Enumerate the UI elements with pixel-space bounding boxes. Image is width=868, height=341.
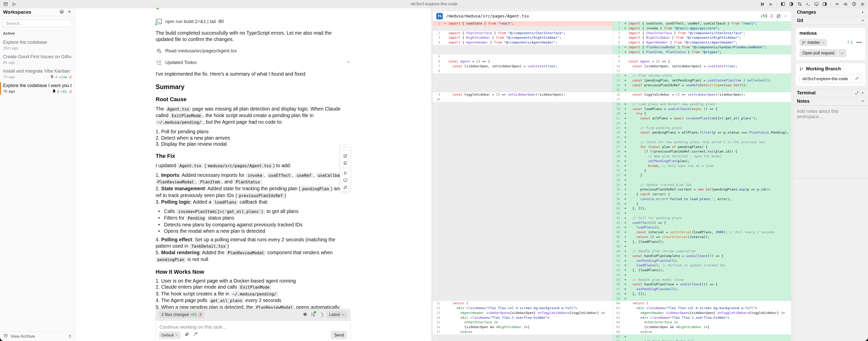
list-item: 2. State management: Added state for tra…	[156, 185, 350, 199]
read-icon	[156, 48, 162, 54]
spinner-icon	[318, 312, 324, 318]
composer: 2 files changed +61 -3 Latest Continue w…	[156, 309, 350, 341]
collapse-all-icon[interactable]	[768, 2, 773, 6]
message-paragraph: The build completed successfully with no…	[156, 30, 350, 42]
workspace-item[interactable]: Explore the codebase I want you to explo…	[0, 81, 75, 96]
monitor-icon[interactable]	[814, 2, 819, 6]
diff-row: 17 </div>66 </div>	[433, 330, 791, 334]
workspace-item[interactable]: Create Good First Issues on Github So pr…	[0, 52, 75, 67]
floating-toolbar	[340, 145, 350, 191]
git-compare-icon[interactable]	[797, 2, 802, 6]
diff-row: 35+ // Update tracked plan IDs	[433, 183, 791, 187]
pause-icon[interactable]	[760, 2, 765, 6]
list-item: 3. Polling logic: Added a loadPlans call…	[156, 199, 350, 206]
diff-card: TS /medusa/medusa/src/pages/Agent.tsx +5…	[432, 11, 791, 341]
copy-icon[interactable]	[343, 161, 347, 165]
layers-icon[interactable]	[59, 9, 64, 15]
diff-row: 2+import { invoke } from "@tauri-apps/ap…	[433, 26, 791, 31]
diff-row: 1017	[433, 97, 791, 102]
diff-row: 1−import { useState } from "react";1+imp…	[433, 21, 791, 26]
split-view-icon[interactable]	[776, 14, 781, 18]
title-bar: vk/3ccf-explore-the-code	[0, 0, 868, 8]
todos-status-icon[interactable]	[311, 312, 316, 318]
inline-code: useEffect	[267, 173, 292, 178]
bullet-list: • Calls invoke<PlanItem[]>('get_all_plan…	[156, 208, 350, 234]
terminal-icon[interactable]	[806, 2, 810, 6]
diff-row: 41+	[433, 211, 791, 216]
diff-row: 44+ loadPlans();	[433, 225, 791, 230]
pr-options-caret[interactable]	[838, 49, 846, 57]
collapse-file-icon[interactable]	[784, 14, 787, 18]
diff-row: 51+ setPendingPlan(null);	[433, 258, 791, 264]
diff-row: 52+ loadPlans(); // Refresh to update tr…	[433, 263, 791, 268]
mode-dropdown[interactable]: Default	[159, 331, 181, 339]
inline-code: TaskDetail.tsx	[190, 244, 227, 249]
diff-row: 13+ const [pendingPlan, setPendingPlan] …	[433, 78, 791, 83]
view-archive-label[interactable]: View Archive	[10, 334, 35, 339]
send-button[interactable]: Send	[331, 331, 347, 339]
list-item: 3. Display the plan review modal	[156, 141, 350, 147]
diff-row: 15 <ChatInterface />64 <ChatInterface />	[433, 320, 791, 325]
git-section-header[interactable]: Git	[793, 17, 868, 25]
workspace-item[interactable]: Install and integrate Vibe Kanban Web Co…	[0, 67, 75, 81]
diff-view-icon[interactable]	[343, 154, 347, 158]
inline-code: pendingPlan	[300, 186, 331, 191]
diff-row: 50+ const handlePlanComplete = useCallba…	[433, 254, 791, 258]
diff-row: 40+ }, []);	[433, 206, 791, 211]
files-changed-chip[interactable]: 2 files changed +61 -3	[159, 311, 204, 318]
open-pr-button[interactable]: Open pull request	[799, 49, 837, 57]
notes-input[interactable]: Add notes about this workspace...	[793, 105, 868, 122]
message-input[interactable]: Continue working on this task...	[156, 321, 350, 330]
terminal-icon	[156, 18, 162, 25]
changes-section-header[interactable]: Changes	[793, 8, 868, 17]
diff-row: 16 {sidebarOpen && <RightSidebar />}65 {…	[433, 325, 791, 330]
tool-call-row[interactable]: npm run build 2>&1 | tail -80	[156, 18, 350, 25]
drag-handle-icon[interactable]	[343, 147, 348, 148]
workspace-title: Explore the codebase I want you to explo	[3, 83, 72, 88]
tool-call-row[interactable]: Read medusa/src/pages/Agent.tsx	[156, 48, 350, 54]
inline-code: ~/.medusa/pending/	[231, 291, 278, 297]
panel-left-icon[interactable]	[781, 2, 785, 6]
latest-dropdown[interactable]: Latest	[327, 311, 347, 318]
diff-row: 29+ // New plan detected – open the moda…	[433, 154, 791, 159]
diff-row: 32+ }	[433, 168, 791, 173]
play-icon[interactable]	[343, 171, 347, 175]
diff-row: 6+import { PlanReviewModal } from "@/com…	[433, 45, 791, 50]
message-paragraph: I updated Agent.tsx (medusa/src/pages/Ag…	[156, 162, 350, 169]
diff-row: 42+ // Poll for pending plans	[433, 216, 791, 221]
list-item: 5. Modal rendering: Added the PlanReview…	[156, 249, 350, 263]
tool-call-row[interactable]: Updated Todos	[156, 59, 350, 66]
megaphone-icon[interactable]	[843, 2, 848, 7]
search-input[interactable]	[3, 20, 72, 27]
more-options-icon[interactable]: •••	[856, 40, 862, 45]
notes-section-header[interactable]: Notes	[793, 97, 868, 105]
branch-name-input[interactable]: vk/3ccf-explore-the-code	[799, 74, 862, 83]
git-compare-icon[interactable]	[343, 185, 347, 189]
inline-code: useRef	[295, 173, 313, 178]
monitor-icon[interactable]	[343, 178, 347, 182]
inline-code: PlanReviewModal	[156, 179, 196, 185]
list-item: 4. Polling effect: Set up a polling inte…	[156, 237, 350, 249]
message-heading: How It Works Now	[156, 269, 350, 275]
diff-row: 18+ // Load plans and detect new pending…	[433, 102, 791, 107]
workspace-item[interactable]: Explore the codebase35m ago	[0, 38, 75, 52]
edit-branch-icon[interactable]	[855, 76, 859, 81]
spark-icon[interactable]	[303, 312, 307, 318]
help-icon[interactable]	[852, 2, 856, 6]
inline-code: PlanReviewModal	[226, 250, 266, 255]
diff-row: 33+ }	[433, 173, 791, 178]
ahead-count: 1	[846, 40, 853, 45]
diff-row: 2import { ChatInterface } from "@/compon…	[433, 31, 791, 36]
pen-icon[interactable]	[193, 332, 198, 338]
gear-icon[interactable]	[860, 2, 865, 7]
branch-dropdown[interactable]: master	[799, 39, 827, 46]
chat-bubble-icon[interactable]	[789, 2, 794, 6]
diff-deletions: -1	[768, 14, 773, 19]
menu-icon[interactable]	[835, 2, 839, 6]
ordered-list: 4. Polling effect: Set up a polling inte…	[156, 237, 350, 263]
chevron-down-icon[interactable]	[346, 60, 350, 65]
panel-right-icon[interactable]	[823, 2, 827, 6]
terminal-section-header[interactable]: Terminal	[793, 89, 868, 97]
attach-icon[interactable]	[184, 332, 189, 338]
add-workspace-icon[interactable]	[67, 9, 72, 15]
